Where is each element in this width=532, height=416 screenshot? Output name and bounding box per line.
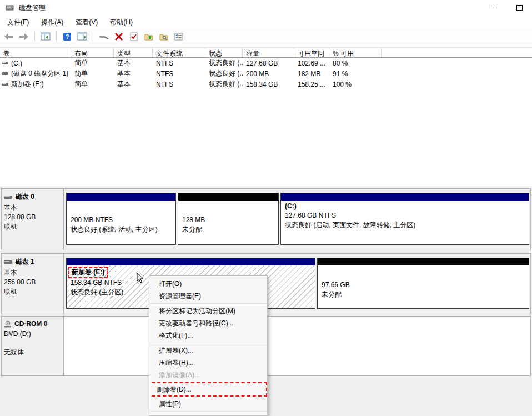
volume-icon [2,71,9,76]
menu-item-change-drive-letter[interactable]: 更改驱动器号和路径(C)... [149,317,267,329]
toolbar: ? [0,29,532,44]
disk-management-app-icon [6,4,14,12]
partition-color-bar [178,193,278,201]
toolbar-separator [34,32,35,42]
folder-up-icon[interactable] [143,31,154,42]
menu-item-mark-active[interactable]: 将分区标记为活动分区(M) [149,305,267,317]
table-row-volume-c[interactable]: (C:) 简单 基本 NTFS 状态良好 (... 127.68 GB 102.… [0,58,532,68]
cdrom-media-status: 无媒体 [4,348,60,357]
cell-type: 基本 [114,79,153,89]
menu-separator [150,411,266,412]
partition-title: (C:) [285,202,525,211]
cell-layout: 简单 [71,79,114,89]
column-header-filler [382,48,532,57]
disk-kind: 基本 [4,203,60,213]
cdrom-0-label-panel[interactable]: CD-ROM 0 DVD (D:) 无媒体 [2,317,64,375]
menu-action[interactable]: 操作(A) [35,16,69,29]
cell-capacity: 158.34 GB [243,81,294,88]
partition-status: 未分配 [182,225,274,234]
disk-0-row: 磁盘 0 基本 128.00 GB 联机 200 MB NTFS 状态良好 (系… [1,188,531,250]
disk-name: 磁盘 1 [16,257,34,267]
cdrom-icon [4,320,12,328]
tools-icon[interactable] [98,31,109,42]
minimize-button[interactable] [481,0,506,16]
menu-bar: 文件(F) 操作(A) 查看(V) 帮助(H) [0,16,532,29]
menu-separator [150,303,266,304]
partition-unallocated-97gb[interactable]: 97.66 GB 未分配 [317,258,529,309]
cell-status: 状态良好 (... [205,69,243,78]
partition-size: 127.68 GB NTFS [285,211,525,220]
disk-1-label-panel[interactable]: 磁盘 1 基本 256.00 GB 联机 [2,254,64,314]
partition-color-bar [67,193,175,201]
disk-name: 磁盘 0 [16,192,34,202]
cell-capacity: 127.68 GB [243,59,294,67]
folder-find-icon[interactable] [158,31,169,42]
back-icon[interactable] [3,31,14,42]
annotation-box-volume-e: 新加卷 (E:) [68,267,108,278]
cell-free: 102.69 ... [294,59,329,67]
title-bar: 磁盘管理 [0,0,532,16]
cell-free: 182 MB [294,70,329,78]
cdrom-drive-letter: DVD (D:) [4,329,60,339]
partition-status: 状态良好 (系统, 活动, 主分区) [71,225,172,234]
disk-0-graph: 200 MB NTFS 状态良好 (系统, 活动, 主分区) 128 MB 未分… [64,189,530,250]
column-header-status[interactable]: 状态 [205,48,243,57]
cell-status: 状态良好 (... [205,58,243,68]
volume-name: 新加卷 (E:) [11,79,44,89]
partition-unallocated-128mb[interactable]: 128 MB 未分配 [178,193,279,245]
partition-status: 未分配 [322,290,525,299]
column-header-filesystem[interactable]: 文件系统 [153,48,205,57]
column-header-volume[interactable]: 卷 [0,48,71,57]
volume-icon [2,82,9,87]
partition-status: 状态良好 (启动, 页面文件, 故障转储, 主分区) [285,220,525,230]
menu-help[interactable]: 帮助(H) [104,16,139,29]
help-icon[interactable]: ? [62,31,73,42]
menu-view[interactable]: 查看(V) [69,16,104,29]
partition-size: 200 MB NTFS [71,215,172,225]
mouse-cursor [137,273,144,284]
menu-item-delete-volume[interactable]: 删除卷(D)... [149,383,266,395]
delete-volume-icon[interactable] [113,31,124,42]
column-header-layout[interactable]: 布局 [71,48,114,57]
table-row-volume-disk0-part1[interactable]: (磁盘 0 磁盘分区 1) 简单 基本 NTFS 状态良好 (... 200 M… [0,68,532,79]
menu-item-format[interactable]: 格式化(F)... [149,329,267,342]
menu-item-open[interactable]: 打开(O) [149,278,267,290]
cell-layout: 简单 [71,58,114,68]
column-header-free-space[interactable]: 可用空间 [294,48,329,57]
menu-item-shrink-volume[interactable]: 压缩卷(H)... [149,357,267,369]
disk-icon [4,194,13,200]
cdrom-0-graph[interactable] [64,317,530,375]
partition-color-bar [318,258,529,265]
cell-type: 基本 [114,69,153,78]
disk-size: 256.00 GB [4,278,60,287]
disk-status: 联机 [4,222,60,232]
partition-c-drive[interactable]: (C:) 127.68 GB NTFS 状态良好 (启动, 页面文件, 故障转储… [280,193,529,245]
menu-item-properties[interactable]: 属性(P) [149,398,267,410]
volume-name: (磁盘 0 磁盘分区 1) [11,69,68,78]
column-header-capacity[interactable]: 容量 [243,48,294,57]
window-title: 磁盘管理 [19,3,46,13]
maximize-button[interactable] [506,0,532,16]
menu-item-explorer[interactable]: 资源管理器(E) [149,290,267,302]
disk-status: 联机 [4,287,60,297]
column-header-type[interactable]: 类型 [114,48,153,57]
table-row-volume-e[interactable]: 新加卷 (E:) 简单 基本 NTFS 状态良好 (... 158.34 GB … [0,79,532,89]
svg-text:?: ? [66,33,69,40]
partition-system-reserved[interactable]: 200 MB NTFS 状态良好 (系统, 活动, 主分区) [66,193,176,245]
cell-pct: 91 % [329,70,382,78]
forward-icon[interactable] [18,31,29,42]
show-action-pane-icon[interactable] [77,31,88,42]
properties-list-icon[interactable] [173,31,184,42]
annotation-box-delete-volume: 删除卷(D)... [149,382,267,397]
volume-context-menu: 打开(O) 资源管理器(E) 将分区标记为活动分区(M) 更改驱动器号和路径(C… [149,275,268,416]
menu-file[interactable]: 文件(F) [1,16,35,29]
validate-document-icon[interactable] [128,31,139,42]
show-console-tree-icon[interactable] [40,31,51,42]
volume-name: (C:) [11,59,22,67]
disk-icon [4,259,13,265]
volume-icon [2,61,9,66]
column-header-pct-free[interactable]: % 可用 [329,48,382,57]
disk-0-label-panel[interactable]: 磁盘 0 基本 128.00 GB 联机 [2,189,64,250]
toolbar-separator [56,32,57,42]
menu-item-extend-volume[interactable]: 扩展卷(X)... [149,344,267,357]
